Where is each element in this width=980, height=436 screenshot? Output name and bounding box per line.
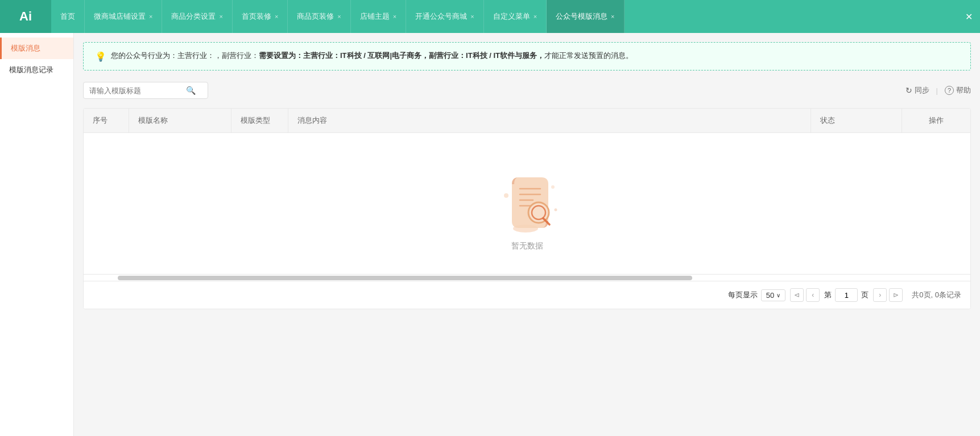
help-button[interactable]: ? 帮助: [945, 85, 971, 95]
table-header: 序号 模版名称 模版类型 消息内容 状态 操作: [84, 109, 970, 133]
main-layout: 模版消息模版消息记录 💡 您的公众号行业为：主营行业：，副营行业：需要设置为：主…: [0, 33, 980, 436]
close-tab-category-settings[interactable]: ×: [219, 13, 222, 20]
svg-point-9: [551, 185, 555, 189]
empty-illustration: [490, 167, 564, 241]
close-tab-store-theme[interactable]: ×: [393, 13, 396, 20]
sidebar: 模版消息模版消息记录: [0, 33, 74, 436]
sidebar-item-template-msg[interactable]: 模版消息: [0, 38, 73, 59]
page-size-select: 每页显示 50 ∨: [728, 289, 785, 301]
col-header-type: 模版类型: [231, 109, 288, 132]
close-tab-home-decor[interactable]: ×: [275, 13, 278, 20]
nav-tab-home[interactable]: 首页: [51, 0, 85, 33]
page-number-input: 第 页: [824, 288, 869, 302]
last-page-button[interactable]: ⊳: [889, 288, 903, 302]
scrollbar-thumb[interactable]: [118, 276, 692, 280]
toolbar-divider: |: [936, 86, 938, 95]
svg-point-8: [504, 193, 508, 198]
nav-tab-category-settings[interactable]: 商品分类设置×: [162, 0, 232, 33]
page-input[interactable]: [835, 288, 858, 302]
total-info: 共0页, 0条记录: [912, 290, 961, 300]
search-actions: ↻ 同步 | ? 帮助: [905, 85, 971, 95]
search-bar: 🔍 ↻ 同步 | ? 帮助: [83, 82, 971, 99]
sync-button[interactable]: ↻ 同步: [905, 85, 929, 95]
close-all-button[interactable]: ✕: [957, 0, 980, 33]
nav-tab-store-theme[interactable]: 店铺主题×: [351, 0, 406, 33]
search-input[interactable]: [89, 86, 186, 95]
nav-tab-product-decor[interactable]: 商品页装修×: [288, 0, 350, 33]
page-next-buttons: › ⊳: [873, 288, 903, 302]
page-nav-buttons: ⊲ ‹: [790, 288, 820, 302]
col-header-action: 操作: [902, 109, 970, 132]
col-header-index: 序号: [84, 109, 129, 132]
info-banner-text: 您的公众号行业为：主营行业：，副营行业：需要设置为：主营行业：IT科技 / 互联…: [111, 51, 633, 61]
info-banner: 💡 您的公众号行业为：主营行业：，副营行业：需要设置为：主营行业：IT科技 / …: [83, 42, 971, 70]
col-header-content: 消息内容: [288, 109, 811, 132]
nav-tab-open-mall[interactable]: 开通公众号商城×: [406, 0, 483, 33]
top-nav: Ai 首页微商城店铺设置×商品分类设置×首页装修×商品页装修×店铺主题×开通公众…: [0, 0, 980, 33]
prev-page-button[interactable]: ‹: [806, 288, 820, 302]
page-size-dropdown[interactable]: 50 ∨: [761, 289, 785, 301]
horizontal-scrollbar[interactable]: [84, 274, 970, 281]
chevron-down-icon: ∨: [776, 292, 780, 298]
close-tab-shop-settings[interactable]: ×: [149, 13, 152, 20]
next-page-button[interactable]: ›: [873, 288, 887, 302]
nav-tab-custom-menu[interactable]: 自定义菜单×: [484, 0, 547, 33]
empty-text: 暂无数据: [511, 241, 543, 251]
close-tab-template-msg[interactable]: ×: [611, 13, 614, 20]
bulb-icon: 💡: [95, 51, 106, 62]
svg-point-10: [554, 209, 557, 211]
nav-tab-template-msg[interactable]: 公众号模版消息×: [547, 0, 624, 33]
help-icon: ?: [945, 86, 954, 95]
sidebar-item-template-msg-log[interactable]: 模版消息记录: [0, 59, 73, 81]
search-icon[interactable]: 🔍: [186, 86, 196, 95]
data-table: 序号 模版名称 模版类型 消息内容 状态 操作: [83, 108, 971, 309]
first-page-button[interactable]: ⊲: [790, 288, 804, 302]
nav-tab-home-decor[interactable]: 首页装修×: [233, 0, 288, 33]
nav-tab-shop-settings[interactable]: 微商城店铺设置×: [85, 0, 162, 33]
content-area: 💡 您的公众号行业为：主营行业：，副营行业：需要设置为：主营行业：IT科技 / …: [74, 33, 980, 436]
col-header-name: 模版名称: [129, 109, 231, 132]
sync-icon: ↻: [905, 86, 912, 95]
col-header-status: 状态: [811, 109, 902, 132]
search-input-wrap[interactable]: 🔍: [83, 82, 208, 99]
close-tab-product-decor[interactable]: ×: [337, 13, 341, 20]
pagination: 每页显示 50 ∨ ⊲ ‹ 第 页 › ⊳: [84, 281, 970, 309]
app-logo: Ai: [0, 0, 51, 33]
empty-state: 暂无数据: [84, 133, 970, 274]
nav-tabs: 首页微商城店铺设置×商品分类设置×首页装修×商品页装修×店铺主题×开通公众号商城…: [51, 0, 957, 33]
close-tab-open-mall[interactable]: ×: [470, 13, 474, 20]
close-tab-custom-menu[interactable]: ×: [534, 13, 537, 20]
